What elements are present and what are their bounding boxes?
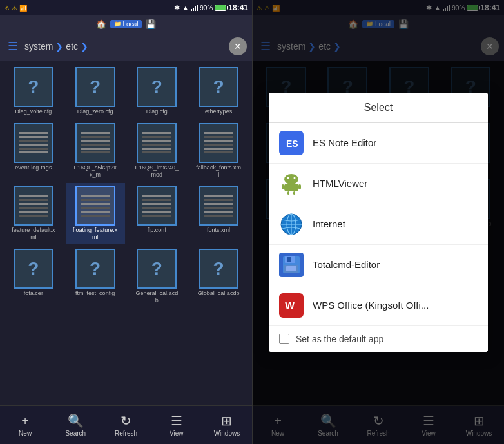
warning2-icon: ⚠ — [12, 5, 17, 12]
app-item-internet[interactable]: Internet — [269, 204, 488, 245]
view-icon: ☰ — [171, 413, 182, 429]
breadcrumb-left: system ❯ etc ❯ — [24, 41, 225, 52]
svg-rect-6 — [282, 184, 284, 189]
file-icon-text — [14, 186, 53, 226]
svg-point-3 — [287, 177, 289, 179]
nav-close-button[interactable]: ✕ — [229, 37, 247, 55]
new-icon: + — [21, 414, 29, 429]
app-item-totalcmd[interactable]: Totalcmd-Editor — [269, 245, 488, 285]
es-svg: ES — [282, 134, 300, 152]
view-label: View — [170, 430, 184, 437]
windows-button[interactable]: ⊞ Windows — [202, 410, 252, 439]
list-item[interactable]: ? General_cal.acdb — [128, 246, 187, 307]
list-item[interactable]: F16QS_imx240_mod — [128, 121, 187, 181]
local-badge[interactable]: 📁 Local — [110, 20, 142, 28]
breadcrumb-etc: etc — [66, 41, 78, 52]
refresh-label: Refresh — [115, 430, 137, 437]
svg-point-2 — [284, 174, 298, 184]
file-label: feature_default.xml — [11, 227, 56, 241]
file-label: ftm_test_config — [75, 290, 115, 297]
list-item[interactable]: fallback_fonts.xml — [189, 121, 248, 181]
wifi-icon: ▲ — [182, 4, 189, 12]
default-app-label: Set as the default app — [296, 334, 383, 344]
list-item[interactable]: ? Diag_zero.cfg — [66, 64, 125, 118]
file-label: F16QS_imx240_mod — [134, 164, 179, 179]
file-icon-unknown: ? — [14, 249, 53, 289]
file-grid-left: ? Diag_volte.cfg ? Diag_zero.cfg ? Diag.… — [0, 61, 252, 405]
default-app-checkbox[interactable] — [279, 334, 289, 344]
file-icon-text — [75, 186, 115, 226]
htmlviewer-label: HTMLViewer — [313, 178, 367, 189]
list-item[interactable]: ? ftm_test_config — [66, 246, 125, 307]
android-svg — [279, 171, 304, 196]
wps-svg: W — [282, 296, 300, 314]
floppy-svg — [282, 256, 300, 274]
hamburger-icon[interactable]: ☰ — [5, 37, 21, 56]
svg-rect-7 — [298, 184, 301, 189]
file-label: ethertypes — [205, 108, 232, 115]
app-item-es[interactable]: ES ES Note Editor — [269, 123, 488, 164]
htmlviewer-icon — [279, 171, 304, 196]
list-item[interactable]: ? fota.cer — [4, 246, 63, 307]
file-icon-text — [137, 186, 177, 226]
bottom-toolbar-left: + New 🔍 Search ↻ Refresh ☰ View ⊞ Window… — [0, 405, 252, 444]
list-item[interactable]: ? Diag.cfg — [128, 64, 187, 118]
windows-icon: ⊞ — [221, 413, 232, 429]
view-button[interactable]: ☰ View — [151, 410, 202, 439]
list-item[interactable]: F16QL_s5k2p2xx_m — [66, 121, 125, 181]
file-icon-text — [199, 123, 238, 163]
internet-icon — [279, 212, 304, 236]
search-button[interactable]: 🔍 Search — [50, 410, 101, 439]
status-right-info: ✱ ▲ 90% 18:41 — [174, 3, 248, 12]
app-item-html[interactable]: HTMLViewer — [269, 164, 488, 204]
svg-rect-8 — [287, 191, 289, 195]
svg-rect-16 — [287, 257, 291, 262]
list-item[interactable]: event-log-tags — [4, 121, 63, 181]
app-item-wps[interactable]: W WPS Office (Kingsoft Offi... — [269, 285, 488, 326]
file-icon-text — [199, 186, 238, 226]
signal-bars — [191, 5, 198, 11]
breadcrumb-system: system — [24, 41, 53, 52]
list-item[interactable]: ? ethertypes — [189, 64, 248, 118]
dialog-title: Select — [269, 93, 488, 123]
nav-bar-left: ☰ system ❯ etc ❯ ✕ — [0, 32, 252, 61]
breadcrumb-arrow2: ❯ — [81, 41, 88, 52]
svg-rect-5 — [284, 184, 298, 191]
list-item[interactable]: ? Diag_volte.cfg — [4, 64, 63, 118]
file-icon-unknown: ? — [75, 249, 115, 289]
file-label: floating_feature.xml — [73, 227, 118, 241]
windows-label: Windows — [214, 430, 240, 437]
file-icon-unknown: ? — [137, 249, 177, 289]
file-label: Global_cal.acdb — [198, 290, 240, 297]
search-label: Search — [65, 430, 86, 437]
left-panel: ⚠ ⚠ 📶 ✱ ▲ 90% 18:41 🏠 📁 Local 💾 ☰ — [0, 0, 252, 444]
file-label: fonts.xml — [207, 227, 230, 234]
list-item[interactable]: fonts.xml — [189, 183, 248, 244]
list-item[interactable]: flp.conf — [128, 183, 187, 244]
breadcrumb-arrow1: ❯ — [55, 41, 63, 52]
select-dialog: Select ES ES Note Editor — [269, 93, 488, 352]
svg-point-4 — [294, 177, 296, 179]
local-label: Local — [123, 21, 139, 28]
bluetooth-icon: ✱ — [174, 4, 180, 12]
file-label: F16QL_s5k2p2xx_m — [73, 164, 118, 179]
totalcmd-label: Totalcmd-Editor — [313, 259, 380, 270]
list-item[interactable]: floating_feature.xml — [66, 183, 125, 244]
status-left-icons: ⚠ ⚠ 📶 — [4, 5, 27, 12]
path-bar-left: 🏠 📁 Local 💾 — [0, 15, 252, 32]
file-icon-unknown: ? — [199, 249, 238, 289]
svg-text:ES: ES — [286, 139, 298, 149]
home-icon: 🏠 — [96, 19, 106, 29]
dialog-footer: Set as the default app — [269, 326, 488, 352]
file-label: fota.cer — [24, 290, 43, 297]
svg-text:W: W — [285, 300, 295, 311]
new-label: New — [19, 430, 32, 437]
file-label: General_cal.acdb — [134, 290, 179, 304]
refresh-button[interactable]: ↻ Refresh — [101, 410, 151, 439]
svg-rect-18 — [286, 266, 296, 271]
list-item[interactable]: feature_default.xml — [4, 183, 63, 244]
status-time: 18:41 — [228, 3, 248, 12]
file-label: event-log-tags — [15, 164, 52, 171]
list-item[interactable]: ? Global_cal.acdb — [189, 246, 248, 307]
new-button[interactable]: + New — [0, 411, 50, 439]
